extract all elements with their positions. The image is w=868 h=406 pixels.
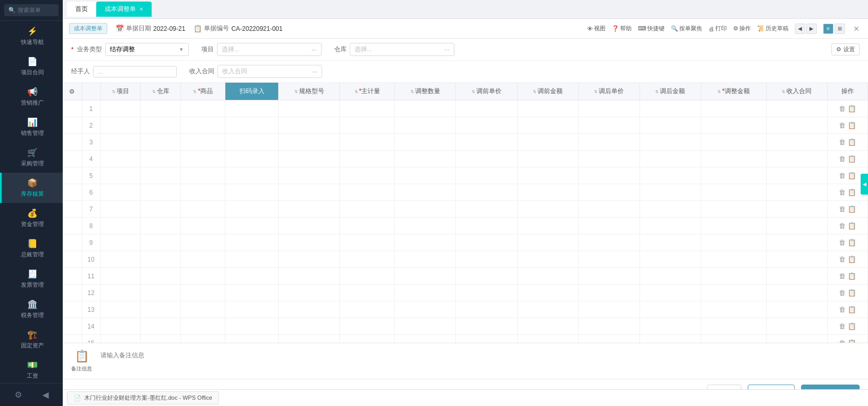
table-cell[interactable] xyxy=(578,335,639,343)
table-cell[interactable] xyxy=(141,285,181,301)
table-cell[interactable] xyxy=(517,301,578,318)
table-cell[interactable] xyxy=(517,151,578,167)
table-cell[interactable] xyxy=(639,335,701,343)
table-cell[interactable] xyxy=(340,301,395,318)
table-cell[interactable] xyxy=(141,117,181,134)
table-cell[interactable] xyxy=(456,251,517,268)
copy-icon[interactable]: 📋 xyxy=(848,239,856,246)
table-cell[interactable] xyxy=(340,251,395,268)
table-cell[interactable] xyxy=(578,167,639,184)
table-cell[interactable] xyxy=(100,117,141,134)
table-cell[interactable] xyxy=(181,117,225,134)
table-cell[interactable] xyxy=(340,234,395,251)
table-cell[interactable] xyxy=(517,335,578,343)
search-box[interactable]: 🔍 搜索菜单 xyxy=(4,4,59,16)
sidebar-item-payroll[interactable]: 💵 工资 xyxy=(0,355,63,383)
table-cell[interactable] xyxy=(141,234,181,251)
table-cell[interactable] xyxy=(456,218,517,234)
table-cell[interactable] xyxy=(279,301,340,318)
table-cell[interactable] xyxy=(701,251,766,268)
table-cell[interactable] xyxy=(181,234,225,251)
table-cell[interactable] xyxy=(141,318,181,335)
table-cell[interactable] xyxy=(225,234,279,251)
delete-icon[interactable]: 🗑 xyxy=(839,339,846,343)
table-cell[interactable] xyxy=(701,184,766,201)
table-cell[interactable] xyxy=(578,201,639,218)
table-cell[interactable] xyxy=(340,151,395,167)
handler-select[interactable]: ... xyxy=(93,66,177,77)
table-cell[interactable] xyxy=(766,318,827,335)
table-cell[interactable] xyxy=(395,318,456,335)
table-cell[interactable] xyxy=(701,234,766,251)
nav-prev[interactable]: ◀ xyxy=(795,24,805,34)
action-view[interactable]: 👁 视图 xyxy=(587,25,606,32)
table-cell[interactable] xyxy=(395,218,456,234)
table-cell[interactable] xyxy=(225,184,279,201)
table-cell[interactable] xyxy=(340,201,395,218)
table-cell[interactable] xyxy=(766,201,827,218)
action-shortcuts[interactable]: ⌨ 快捷键 xyxy=(638,25,665,32)
table-cell[interactable] xyxy=(456,318,517,335)
table-cell[interactable] xyxy=(701,268,766,285)
table-cell[interactable] xyxy=(100,318,141,335)
table-cell[interactable] xyxy=(141,100,181,117)
table-cell[interactable] xyxy=(395,117,456,134)
table-cell[interactable] xyxy=(766,285,827,301)
table-cell[interactable] xyxy=(578,234,639,251)
table-cell[interactable] xyxy=(639,167,701,184)
table-cell[interactable] xyxy=(766,167,827,184)
table-cell[interactable] xyxy=(701,201,766,218)
table-cell[interactable] xyxy=(456,335,517,343)
table-cell[interactable] xyxy=(225,301,279,318)
biz-type-select[interactable]: 结存调整 ▼ xyxy=(105,43,189,56)
col-settings[interactable]: ⚙ xyxy=(63,83,82,100)
delete-icon[interactable]: 🗑 xyxy=(839,138,846,146)
table-cell[interactable] xyxy=(141,184,181,201)
table-cell[interactable] xyxy=(181,301,225,318)
table-cell[interactable] xyxy=(578,285,639,301)
table-cell[interactable] xyxy=(578,268,639,285)
copy-icon[interactable]: 📋 xyxy=(848,155,856,163)
sidebar-item-purchase-mgmt[interactable]: 🛒 采购管理 xyxy=(0,142,63,173)
table-cell[interactable] xyxy=(517,251,578,268)
table-cell[interactable] xyxy=(766,151,827,167)
table-cell[interactable] xyxy=(766,335,827,343)
table-cell[interactable] xyxy=(100,268,141,285)
table-cell[interactable] xyxy=(340,117,395,134)
table-cell[interactable] xyxy=(100,285,141,301)
delete-icon[interactable]: 🗑 xyxy=(839,272,846,280)
close-panel-btn[interactable]: ✕ xyxy=(851,24,862,34)
table-cell[interactable] xyxy=(395,234,456,251)
table-cell[interactable] xyxy=(100,201,141,218)
table-cell[interactable] xyxy=(141,151,181,167)
table-cell[interactable] xyxy=(456,151,517,167)
table-cell[interactable] xyxy=(100,301,141,318)
table-cell[interactable] xyxy=(279,184,340,201)
table-cell[interactable] xyxy=(578,318,639,335)
table-cell[interactable] xyxy=(141,218,181,234)
table-cell[interactable] xyxy=(279,318,340,335)
table-cell[interactable] xyxy=(456,167,517,184)
copy-icon[interactable]: 📋 xyxy=(848,255,856,263)
table-cell[interactable] xyxy=(279,134,340,151)
delete-icon[interactable]: 🗑 xyxy=(839,255,846,263)
table-cell[interactable] xyxy=(225,201,279,218)
table-cell[interactable] xyxy=(517,268,578,285)
tab-close-icon[interactable]: ✕ xyxy=(139,6,143,12)
table-cell[interactable] xyxy=(517,100,578,117)
table-cell[interactable] xyxy=(639,117,701,134)
table-cell[interactable] xyxy=(395,134,456,151)
table-cell[interactable] xyxy=(340,285,395,301)
table-cell[interactable] xyxy=(141,134,181,151)
sidebar-search-area[interactable]: 🔍 搜索菜单 xyxy=(0,0,63,21)
copy-icon[interactable]: 📋 xyxy=(848,138,856,146)
table-cell[interactable] xyxy=(225,100,279,117)
view-grid-btn[interactable]: ⊞ xyxy=(835,24,845,34)
table-cell[interactable] xyxy=(181,151,225,167)
table-cell[interactable] xyxy=(517,134,578,151)
table-cell[interactable] xyxy=(456,134,517,151)
table-cell[interactable] xyxy=(456,234,517,251)
table-cell[interactable] xyxy=(766,251,827,268)
note-input[interactable] xyxy=(98,349,860,361)
table-cell[interactable] xyxy=(639,318,701,335)
